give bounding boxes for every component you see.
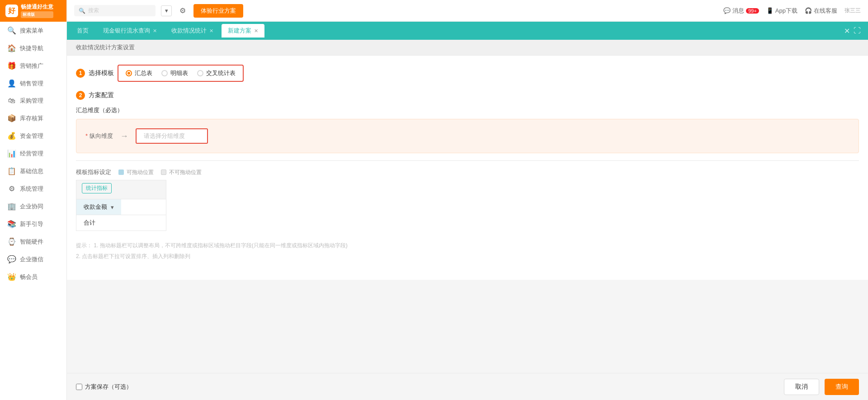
dimension-box: * 纵向维度 → 请选择分组维度 [76,119,859,153]
template-radio-group: 汇总表 明细表 交叉统计表 [118,65,244,82]
sidebar-item-search-menu[interactable]: 🔍 搜索菜单 [0,22,66,39]
collect-amount-label: 收款金额 [84,203,107,211]
tips-section: 提示： 1. 拖动标题栏可以调整布局，不可跨维度或指标区域拖动栏目字段(只能在同… [76,240,859,262]
collect-amount-dropdown[interactable]: ▾ [111,204,114,211]
sidebar-item-inventory[interactable]: 📦 库存核算 [0,109,66,127]
legend-draggable-dot [118,169,124,175]
search-box[interactable]: 🔍 搜索 [74,5,156,16]
tab-new-plan[interactable]: 新建方案✕ [222,24,264,38]
section-config: 2 方案配置 汇总维度（必选） * 纵向维度 → 请选择分组维度 [76,91,859,262]
sidebar-item-guide[interactable]: 📚 新手引导 [0,215,66,233]
tabbar: 首页现金银行流水查询✕收款情况统计✕新建方案✕ ✕ ⛶ [67,22,868,40]
content-body: 1 选择模板 汇总表 明细表 交叉统计表 [67,56,868,280]
sidebar-item-member[interactable]: 👑 畅会员 [0,268,66,286]
sidebar: 好 畅捷通好生意 标准版 🔍 搜索菜单 🏠 快捷导航 🎁 营销推广 👤 销售管理… [0,0,67,400]
radio-detail[interactable]: 明细表 [161,69,188,77]
tab-bank-flow-close[interactable]: ✕ [153,28,157,34]
sidebar-item-wechat[interactable]: 💬 企业微信 [0,250,66,268]
dropdown-toggle[interactable]: ▾ [161,5,172,16]
sidebar-item-purchase[interactable]: 🛍 采购管理 [0,92,66,109]
message-btn[interactable]: 💬 消息 99+ [723,7,759,15]
indicator-cell-total: 合计 [76,215,103,231]
main-area: 🔍 搜索 ▾ ⚙ 体验行业方案 💬 消息 99+ 📱 App下载 🎧 在线客服 … [67,0,868,400]
enterprise-icon: 🏢 [7,202,16,211]
vertical-dim-label: * 纵向维度 [85,132,113,140]
indicator-row-total: 合计 [76,215,166,231]
tip-2: 2. 点击标题栏下拉可设置排序、插入列和删除列 [76,251,859,262]
save-option[interactable]: 方案保存（可选） [76,383,132,391]
sidebar-item-system[interactable]: ⚙ 系统管理 [0,180,66,198]
member-label: 畅会员 [20,273,38,281]
sidebar-logo: 好 畅捷通好生意 标准版 [0,0,66,22]
indicator-section-label: 统计指标 [82,183,112,193]
marketing-icon: 🎁 [7,61,16,70]
tab-collect-stat-label: 收款情况统计 [171,27,207,35]
legend-fixed-dot [161,169,166,175]
maximize-btn[interactable]: ⛶ [854,27,861,35]
smart-hw-icon: ⌚ [7,237,16,246]
close-tab-btn[interactable]: ✕ [844,27,850,35]
sidebar-item-marketing[interactable]: 🎁 营销推广 [0,57,66,75]
dim-select[interactable]: 请选择分组维度 [136,128,208,144]
gear-icon[interactable]: ⚙ [177,5,188,16]
sidebar-item-quick-nav[interactable]: 🏠 快捷导航 [0,39,66,57]
content-area: 收款情况统计方案设置 1 选择模板 汇总表 明细表 [67,40,868,373]
legend-fixed: 不可拖动位置 [161,169,202,176]
query-button[interactable]: 查询 [825,379,859,395]
radio-detail-label: 明细表 [170,69,188,77]
tab-home-label: 首页 [77,27,89,35]
tab-bank-flow[interactable]: 现金银行流水查询✕ [97,24,163,38]
indicator-header: 模板指标设定 可拖动位置 不可拖动位置 [76,168,859,176]
tab-collect-stat[interactable]: 收款情况统计✕ [165,24,220,38]
section2-title: 2 方案配置 [76,91,859,100]
dim-row: * 纵向维度 → 请选择分组维度 [85,128,849,144]
purchase-icon: 🛍 [7,97,16,105]
tab-home[interactable]: 首页 [71,24,95,38]
basic-info-label: 基础信息 [20,167,43,175]
operations-icon: 📊 [7,149,16,158]
sidebar-item-basic-info[interactable]: 📋 基础信息 [0,162,66,180]
section-template: 1 选择模板 汇总表 明细表 交叉统计表 [76,65,859,82]
inventory-icon: 📦 [7,114,16,122]
cancel-button[interactable]: 取消 [784,379,819,395]
app-download-btn[interactable]: 📱 App下载 [766,7,797,15]
service-icon: 🎧 [805,7,812,14]
dim-section: 汇总维度（必选） * 纵向维度 → 请选择分组维度 [76,106,859,153]
message-label: 消息 [732,7,744,15]
radio-cross-label: 交叉统计表 [206,69,236,77]
search-menu-icon: 🔍 [7,26,16,35]
logo-icon: 好 [5,5,18,17]
topbar: 🔍 搜索 ▾ ⚙ 体验行业方案 💬 消息 99+ 📱 App下载 🎧 在线客服 … [67,0,868,22]
section2-label: 方案配置 [89,91,114,99]
sidebar-item-enterprise[interactable]: 🏢 企业协同 [0,198,66,215]
search-menu-label: 搜索菜单 [20,27,43,35]
sidebar-item-sales[interactable]: 👤 销售管理 [0,75,66,92]
system-icon: ⚙ [7,184,16,193]
save-checkbox[interactable] [76,384,82,390]
section1-num: 1 [76,69,85,78]
dim-arrow-icon: → [120,132,128,141]
quick-nav-label: 快捷导航 [20,44,43,52]
quick-nav-icon: 🏠 [7,44,16,52]
message-icon: 💬 [723,7,731,14]
marketing-label: 营销推广 [20,62,43,70]
service-btn[interactable]: 🎧 在线客服 [805,7,837,15]
section1-title: 1 选择模板 汇总表 明细表 交叉统计表 [76,65,859,82]
radio-summary-label: 汇总表 [135,69,152,77]
legend-draggable: 可拖动位置 [118,169,154,176]
legend-draggable-label: 可拖动位置 [127,169,154,176]
sidebar-item-finance[interactable]: 💰 资金管理 [0,127,66,145]
radio-summary[interactable]: 汇总表 [126,69,152,77]
sidebar-item-smart-hw[interactable]: ⌚ 智能硬件 [0,233,66,250]
tab-new-plan-close[interactable]: ✕ [254,28,258,34]
search-icon: 🔍 [79,8,85,14]
wechat-label: 企业微信 [20,255,43,264]
smart-hw-label: 智能硬件 [20,238,43,246]
inventory-label: 库存核算 [20,114,43,122]
sidebar-item-operations[interactable]: 📊 经营管理 [0,145,66,162]
radio-cross[interactable]: 交叉统计表 [197,69,236,77]
tab-collect-stat-close[interactable]: ✕ [209,28,213,34]
indicator-table: 统计指标 收款金额 ▾ 合计 [76,180,166,231]
username: 张三三 [844,7,861,14]
industry-btn[interactable]: 体验行业方案 [193,4,243,18]
